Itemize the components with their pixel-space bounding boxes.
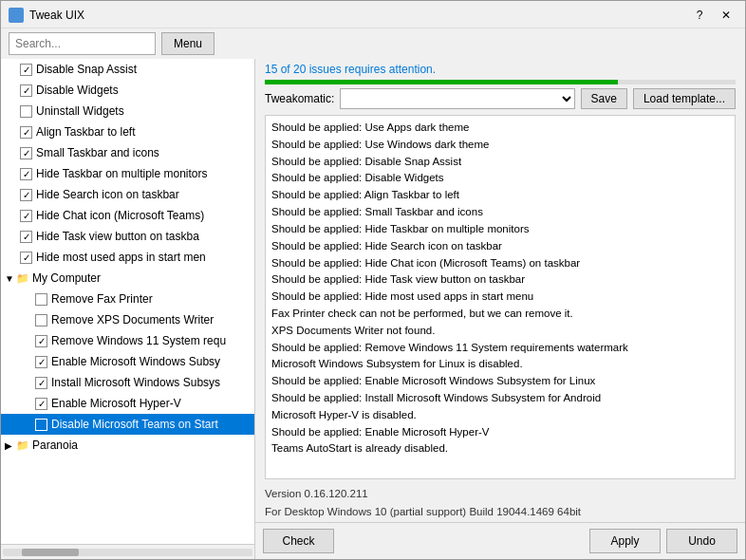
- save-button[interactable]: Save: [581, 88, 627, 109]
- checkbox-disable-snap-assist[interactable]: [20, 64, 32, 76]
- tree-item-enable-hyper-v[interactable]: Enable Microsoft Hyper-V: [1, 393, 254, 414]
- toolbar: Menu: [1, 28, 745, 59]
- checkbox-disable-widgets[interactable]: [20, 84, 32, 97]
- version-text: Version 0.16.120.211: [265, 485, 736, 502]
- tree-item-disable-teams[interactable]: Disable Microsoft Teams on Start: [1, 414, 254, 435]
- undo-button[interactable]: Undo: [666, 529, 737, 553]
- tree-item-align-taskbar[interactable]: Align Taskbar to left: [1, 121, 254, 142]
- tweakomatic-label: Tweakomatic:: [265, 92, 334, 105]
- tree-item-uninstall-widgets[interactable]: Uninstall Widgets: [1, 101, 254, 121]
- tree-item-remove-win11[interactable]: Remove Windows 11 System requ: [1, 330, 254, 351]
- checkbox-remove-win11[interactable]: [35, 335, 47, 347]
- hscroll-thumb[interactable]: [22, 549, 79, 556]
- help-button[interactable]: ?: [688, 7, 711, 24]
- checkbox-enable-hyper-v[interactable]: [35, 398, 47, 410]
- tree-item-hide-task-view[interactable]: Hide Task view button on taskba: [1, 226, 254, 247]
- close-button[interactable]: ✕: [715, 7, 737, 24]
- tree-item-disable-widgets[interactable]: Disable Widgets: [1, 80, 254, 101]
- build-info-text: For Desktop Windows 10 (partial support)…: [265, 503, 736, 520]
- checkbox-disable-teams[interactable]: [35, 419, 47, 431]
- app-icon: [9, 8, 24, 23]
- version-info: Version 0.16.120.211 For Desktop Windows…: [255, 481, 745, 522]
- left-panel: Disable Snap Assist Disable Widgets Unin…: [1, 59, 255, 559]
- title-bar-controls: ? ✕: [688, 7, 737, 24]
- expand-icon: ▼: [5, 273, 14, 284]
- tree-item-disable-snap-assist[interactable]: Disable Snap Assist: [1, 59, 254, 80]
- horizontal-scrollbar[interactable]: [1, 544, 254, 559]
- tree-item-hide-taskbar-monitors[interactable]: Hide Taskbar on multiple monitors: [1, 163, 254, 184]
- hscroll-track: [3, 549, 252, 556]
- tree-item-remove-fax[interactable]: Remove Fax Printer: [1, 289, 254, 309]
- tree-item-hide-search-icon[interactable]: Hide Search icon on taskbar: [1, 184, 254, 205]
- tree-scroll[interactable]: Disable Snap Assist Disable Widgets Unin…: [1, 59, 254, 544]
- tree-item-hide-chat-icon[interactable]: Hide Chat icon (Microsoft Teams): [1, 205, 254, 226]
- checkbox-remove-fax[interactable]: [35, 293, 47, 306]
- title-bar: Tweak UIX ? ✕: [1, 1, 745, 28]
- status-text: 15 of 20 issues requires attention.: [255, 59, 745, 80]
- tree-item-paranoia[interactable]: ▶ 📁 Paranoia: [1, 435, 254, 456]
- load-template-button[interactable]: Load template...: [633, 88, 736, 109]
- expand-paranoia-icon: ▶: [5, 440, 14, 451]
- tree-item-remove-xps[interactable]: Remove XPS Documents Writer: [1, 309, 254, 330]
- checkbox-hide-taskbar-monitors[interactable]: [20, 168, 32, 180]
- tree-item-my-computer[interactable]: ▼ 📁 My Computer: [1, 268, 254, 289]
- checkbox-install-wsl-android[interactable]: [35, 377, 47, 389]
- checkbox-hide-chat-icon[interactable]: [20, 210, 32, 222]
- bottom-bar: Check Apply Undo: [255, 522, 745, 559]
- checkbox-hide-most-used[interactable]: [20, 252, 32, 264]
- checkbox-hide-task-view[interactable]: [20, 231, 32, 243]
- checkbox-small-taskbar[interactable]: [20, 147, 32, 159]
- checkbox-hide-search-icon[interactable]: [20, 189, 32, 201]
- folder-icon: 📁: [16, 272, 29, 285]
- main-window: Tweak UIX ? ✕ Menu Disable Snap Assist: [0, 0, 746, 560]
- tree-item-enable-wsl[interactable]: Enable Microsoft Windows Subsy: [1, 351, 254, 372]
- checkbox-remove-xps[interactable]: [35, 314, 47, 327]
- title-bar-left: Tweak UIX: [9, 8, 84, 23]
- folder-paranoia-icon: 📁: [16, 439, 29, 452]
- right-panel: 15 of 20 issues requires attention. Twea…: [255, 59, 745, 559]
- apply-button[interactable]: Apply: [589, 529, 661, 553]
- tweakomatic-select[interactable]: [340, 88, 574, 109]
- check-button[interactable]: Check: [263, 529, 334, 553]
- tree-item-hide-most-used[interactable]: Hide most used apps in start men: [1, 247, 254, 268]
- menu-button[interactable]: Menu: [161, 32, 214, 55]
- checkbox-uninstall-widgets[interactable]: [20, 105, 32, 118]
- checkbox-enable-wsl[interactable]: [35, 356, 47, 368]
- window-title: Tweak UIX: [29, 9, 84, 22]
- tree-item-install-wsl-android[interactable]: Install Microsoft Windows Subsys: [1, 372, 254, 393]
- search-input[interactable]: [9, 32, 156, 55]
- tweakomatic-row: Tweakomatic: Save Load template...: [255, 84, 745, 113]
- main-content: Disable Snap Assist Disable Widgets Unin…: [1, 59, 745, 559]
- tree-item-small-taskbar[interactable]: Small Taskbar and icons: [1, 142, 254, 163]
- checkbox-align-taskbar[interactable]: [20, 126, 32, 139]
- log-area[interactable]: Should be applied: Use Apps dark theme S…: [265, 115, 736, 479]
